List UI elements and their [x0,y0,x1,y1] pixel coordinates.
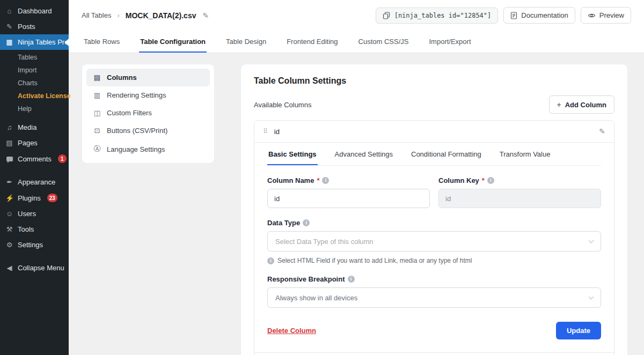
tab-basic-settings[interactable]: Basic Settings [267,143,318,165]
sidebar-item-collapse-menu[interactable]: ◀ Collapse Menu [0,260,69,276]
media-icon: ♫ [5,123,13,131]
label-text: Data Type [267,219,300,227]
table-tabs: Table Rows Table Configuration Table Des… [69,31,644,53]
responsive-breakpoint-value: Always show in all devices [275,294,357,302]
column-name-input[interactable] [267,189,430,208]
sidebar-item-pages[interactable]: ▤ Pages [0,135,69,151]
breadcrumb-table-name: MOCK_DATA(2).csv [126,11,196,20]
drag-handle-icon[interactable]: ⠿ [263,128,268,135]
add-column-label: Add Column [565,101,606,109]
sidebar-item-dashboard[interactable]: ⌂ Dashboard [0,3,69,19]
tab-custom-css-js[interactable]: Custom CSS/JS [357,31,410,53]
settings-menu-label: Language Settings [107,145,165,153]
sidebar-item-label: Settings [18,241,43,249]
settings-menu-custom-filters[interactable]: ◫ Custom Filters [86,104,210,122]
submenu-item-tables[interactable]: Tables [0,51,69,64]
configuration-content: ▤ Columns ▥ Rendering Settings ◫ Custom … [69,53,644,355]
editor-footer: Delete Column Update [267,322,601,339]
add-column-button[interactable]: + Add Column [549,95,614,114]
sidebar-item-tools[interactable]: ⚒ Tools [0,221,69,237]
comments-count-badge: 1 [58,154,67,163]
available-columns-row: Available Columns + Add Column [254,95,614,114]
sidebar-item-posts[interactable]: ✎ Posts [0,19,69,34]
column-key-input [438,189,601,208]
collapse-arrow-icon: ◀ [5,264,13,272]
settings-menu-columns[interactable]: ▤ Columns [86,69,210,86]
sidebar-item-appearance[interactable]: ✒ Appearance [0,174,69,190]
label-text: Responsive Breakpoint [267,275,345,283]
sidebar-item-users[interactable]: ☺ Users [0,206,69,221]
top-header: All Tables › MOCK_DATA(2).csv ✎ [ninja_t… [69,0,644,31]
sidebar-item-comments[interactable]: Comments 1 [0,151,69,167]
label-text: Column Key [438,176,479,184]
brush-icon: ✒ [5,178,13,186]
tab-table-configuration[interactable]: Table Configuration [139,31,207,53]
info-icon[interactable]: i [303,219,310,226]
shortcode-copy-button[interactable]: [ninja_tables id="12854"] [376,8,499,24]
column-key-field: Column Key * i [438,176,601,208]
update-button[interactable]: Update [556,322,601,339]
info-icon: i [267,257,274,264]
name-key-fields: Column Name * i Column Key * i [267,176,601,208]
rename-table-icon[interactable]: ✎ [202,11,209,20]
sidebar-item-label: Dashboard [18,7,52,15]
sidebar-item-settings[interactable]: ⚙ Settings [0,237,69,253]
filter-icon: ◫ [93,109,101,117]
sidebar-item-label: Plugins [18,194,41,202]
tab-transform-value[interactable]: Transform Value [499,143,552,165]
preview-button[interactable]: Preview [581,7,631,24]
tab-table-rows[interactable]: Table Rows [83,31,121,53]
shortcode-text: [ninja_tables id="12854"] [394,12,492,19]
tab-import-export[interactable]: Import/Export [428,31,472,53]
sidebar-item-label: Pages [18,139,38,147]
user-icon: ☺ [5,210,13,218]
submenu-item-import[interactable]: Import [0,64,69,77]
documentation-label: Documentation [521,11,568,19]
sidebar-item-ninja-tables-pro[interactable]: ▦ Ninja Tables Pro [0,34,69,50]
preview-label: Preview [599,11,624,19]
hint-text: Select HTML Field if you want to add Lin… [277,257,472,264]
eye-icon [588,12,596,19]
label-text: Column Name [267,176,314,184]
settings-menu-label: Buttons (CSV/Print) [107,127,167,135]
data-type-select[interactable]: Select Data Type of this column [267,231,601,252]
copy-icon [383,12,390,19]
documentation-button[interactable]: Documentation [503,7,575,24]
info-icon[interactable]: i [322,177,329,184]
delete-column-link[interactable]: Delete Column [267,327,316,335]
data-type-placeholder: Select Data Type of this column [275,238,374,246]
info-icon[interactable]: i [487,177,494,184]
column-settings-panel: Table Column Settings Available Columns … [240,64,628,355]
responsive-breakpoint-label: Responsive Breakpoint i [267,275,601,283]
sidebar-item-media[interactable]: ♫ Media [0,120,69,135]
column-name-field: Column Name * i [267,176,430,208]
settings-menu-language-settings[interactable]: Ⓐ Language Settings [86,139,210,159]
edit-column-icon[interactable]: ✎ [599,127,605,136]
info-icon[interactable]: i [348,276,355,283]
chevron-down-icon [589,238,594,243]
header-actions: [ninja_tables id="12854"] Documentation … [376,7,631,24]
language-icon: Ⓐ [93,144,101,154]
tab-conditional-formatting[interactable]: Conditional Formatting [410,143,482,165]
submenu-item-help[interactable]: Help [0,102,69,115]
responsive-breakpoint-field: Responsive Breakpoint i Always show in a… [267,275,601,308]
tab-frontend-editing[interactable]: Frontend Editing [286,31,339,53]
required-mark: * [482,176,485,184]
column-row-id[interactable]: ⠿ id ✎ [254,121,614,142]
tab-table-design[interactable]: Table Design [225,31,267,53]
gear-icon: ⚙ [5,241,13,249]
sidebar-item-label: Posts [18,23,35,31]
sidebar-item-plugins[interactable]: ⚡ Plugins 23 [0,190,69,206]
settings-menu-label: Custom Filters [107,109,152,117]
submenu-item-charts[interactable]: Charts [0,77,69,90]
columns-list: ⠿ id ✎ Basic Settings Advanced Settings … [254,120,614,355]
submenu-item-activate-license[interactable]: Activate License [0,90,69,102]
column-row-first-name[interactable]: ⠿ first_name ✎ [254,352,614,355]
settings-menu-rendering-settings[interactable]: ▥ Rendering Settings [86,86,210,104]
ninja-tables-submenu: Tables Import Charts Activate License He… [0,50,69,120]
settings-menu-buttons-csv-print[interactable]: ⊡ Buttons (CSV/Print) [86,122,210,139]
sidebar-item-label: Users [18,210,36,218]
tab-advanced-settings[interactable]: Advanced Settings [334,143,394,165]
responsive-breakpoint-select[interactable]: Always show in all devices [267,287,601,308]
breadcrumb-all-tables[interactable]: All Tables [82,11,111,19]
